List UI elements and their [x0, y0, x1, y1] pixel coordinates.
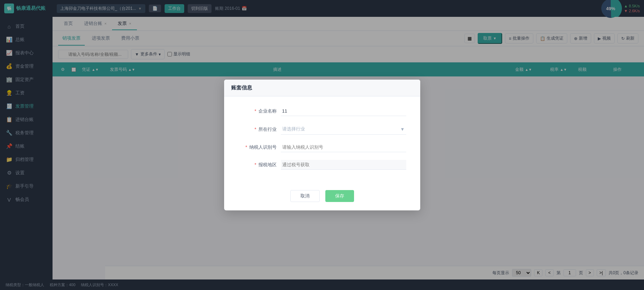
modal-title: 账套信息	[231, 85, 252, 90]
industry-required: *	[255, 127, 256, 132]
industry-arrow: ▼	[400, 127, 405, 132]
company-name-input[interactable]	[281, 106, 406, 116]
modal-footer: 取消 保存	[224, 184, 420, 210]
tax-id-required: *	[245, 144, 247, 150]
tax-area-required: *	[255, 162, 256, 167]
company-name-required: *	[255, 108, 256, 114]
modal-body: * 企业名称 * 所在行业 请选择行业 ▼ * 纳	[224, 96, 420, 184]
tax-area-row: * 报税地区	[238, 160, 406, 170]
company-name-label: * 企业名称	[238, 108, 277, 114]
tax-id-label: * 纳税人识别号	[238, 144, 277, 150]
company-name-row: * 企业名称	[238, 106, 406, 116]
industry-label: * 所在行业	[238, 126, 277, 133]
industry-placeholder: 请选择行业	[282, 126, 305, 132]
tax-area-input	[281, 160, 406, 170]
modal-header: 账套信息	[224, 80, 420, 96]
industry-row: * 所在行业 请选择行业 ▼	[238, 124, 406, 135]
tax-id-input[interactable]	[281, 142, 406, 152]
account-info-modal: 账套信息 * 企业名称 * 所在行业 请选择行业 ▼	[224, 80, 420, 210]
tax-id-row: * 纳税人识别号	[238, 142, 406, 152]
save-button[interactable]: 保存	[325, 190, 354, 202]
modal-overlay: 账套信息 * 企业名称 * 所在行业 请选择行业 ▼	[0, 0, 644, 290]
cancel-button[interactable]: 取消	[290, 190, 320, 202]
industry-select[interactable]: 请选择行业 ▼	[281, 124, 406, 135]
tax-area-label: * 报税地区	[238, 162, 277, 168]
